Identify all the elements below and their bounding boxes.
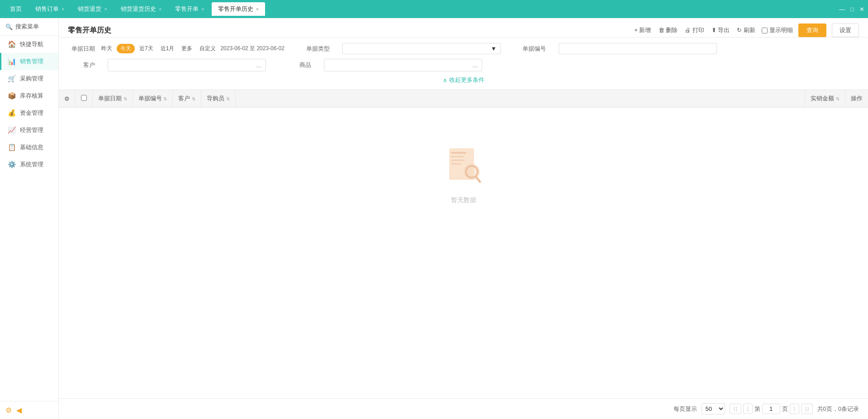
delete-button[interactable]: 🗑 删除	[658, 24, 679, 36]
first-page-btn[interactable]: ⟨⟨	[730, 404, 741, 414]
nav-icon-finance: 💰	[8, 109, 16, 117]
tab-label: 零售开单	[175, 5, 199, 13]
print-button[interactable]: 🖨 打印	[684, 24, 705, 36]
pagination-bar: 每页显示 50 10 20 100 ⟨⟨ ⟨ 第 页 ⟩ ⟩⟩ 共0页，0条记录	[59, 398, 868, 419]
tab-close-sales-return-history[interactable]: ×	[159, 6, 161, 12]
tab-bar: 首页销售订单×销货退货×销货退货历史×零售开单×零售开单历史× — □ ✕	[0, 0, 868, 18]
date-btn-近7天[interactable]: 近7天	[137, 44, 156, 53]
sidebar: 🔍 搜索菜单 🏠 快捷导航 📊 销售管理 🛒 采购管理 📦 库存核算 💰 资金管…	[0, 18, 59, 419]
window-close-btn[interactable]: ✕	[859, 6, 864, 13]
page-header: 零售开单历史 + 新增 🗑 删除 🖨 打印 ⬆ 导出 ↻ 刷新 显示明细 查询 …	[59, 18, 868, 38]
sidebar-item-basic-info[interactable]: 📋 基础信息	[0, 139, 58, 156]
sidebar-item-finance[interactable]: 💰 资金管理	[0, 104, 58, 122]
nav-icon-inventory: 📦	[8, 92, 16, 100]
toolbar: + 新增 🗑 删除 🖨 打印 ⬆ 导出 ↻ 刷新 显示明细 查询 设置	[633, 24, 859, 37]
tab-close-retail-open[interactable]: ×	[201, 6, 204, 12]
window-min-btn[interactable]: —	[839, 6, 845, 13]
nav-label-inventory: 库存核算	[20, 92, 43, 100]
show-detail-checkbox[interactable]	[762, 28, 768, 33]
th-customer-sort[interactable]: ⇅	[192, 96, 195, 101]
sidebar-item-sales-mgmt[interactable]: 📊 销售管理	[0, 53, 58, 70]
customer-filter-select[interactable]: ...	[108, 59, 266, 71]
date-btn-今天[interactable]: 今天	[117, 44, 135, 53]
show-detail-label[interactable]: 显示明细	[762, 26, 793, 34]
tab-retail-history[interactable]: 零售开单历史×	[212, 2, 265, 16]
svg-line-7	[476, 177, 480, 182]
per-page-label: 每页显示	[674, 405, 697, 413]
collapse-row[interactable]: ∧ 收起更多条件	[68, 76, 859, 84]
tab-home[interactable]: 首页	[4, 2, 28, 16]
th-salesperson: 导购员 ⇅	[201, 90, 235, 108]
th-salesperson-sort[interactable]: ⇅	[226, 96, 230, 101]
sidebar-nav: 🏠 快捷导航 📊 销售管理 🛒 采购管理 📦 库存核算 💰 资金管理 📈 经营管…	[0, 36, 58, 173]
sidebar-item-quick-nav[interactable]: 🏠 快捷导航	[0, 36, 58, 53]
date-filter-group: 昨天今天近7天近1月更多自定义	[99, 44, 218, 53]
filter-row-1: 单据日期 昨天今天近7天近1月更多自定义 2023-06-02 至 2023-0…	[68, 43, 859, 54]
tab-sales-order[interactable]: 销售订单×	[29, 2, 71, 16]
nav-label-sales-mgmt: 销售管理	[20, 57, 43, 66]
page-title: 零售开单历史	[68, 26, 111, 35]
tab-retail-open[interactable]: 零售开单×	[169, 2, 210, 16]
th-amount-sort[interactable]: ⇅	[836, 96, 840, 101]
nav-icon-basic-info: 📋	[8, 143, 16, 151]
tab-close-retail-history[interactable]: ×	[256, 6, 259, 12]
last-page-btn[interactable]: ⟩⟩	[801, 404, 813, 414]
th-number-sort[interactable]: ⇅	[163, 96, 167, 101]
query-button[interactable]: 查询	[798, 24, 826, 37]
nav-label-sys-mgmt: 系统管理	[20, 160, 43, 169]
refresh-button[interactable]: ↻ 刷新	[736, 24, 756, 36]
tab-label: 销货退货历史	[121, 5, 156, 13]
goods-filter-label: 商品	[284, 61, 311, 69]
empty-illustration	[441, 144, 486, 189]
tab-sales-return-history[interactable]: 销货退货历史×	[114, 2, 168, 16]
th-check[interactable]	[76, 90, 93, 108]
th-amount: 实销金额 ⇅	[805, 90, 845, 108]
select-all-checkbox[interactable]	[81, 95, 87, 101]
svg-rect-4	[451, 163, 461, 165]
sidebar-item-sys-mgmt[interactable]: ⚙️ 系统管理	[0, 156, 58, 173]
th-date-sort[interactable]: ⇅	[123, 96, 127, 101]
date-btn-更多[interactable]: 更多	[179, 44, 195, 53]
settings-icon[interactable]: ⚙	[5, 406, 12, 414]
setting-button[interactable]: 设置	[832, 24, 859, 37]
sidebar-search[interactable]: 🔍 搜索菜单	[0, 18, 58, 36]
sidebar-item-purchase-mgmt[interactable]: 🛒 采购管理	[0, 70, 58, 87]
sidebar-item-inventory[interactable]: 📦 库存核算	[0, 87, 58, 104]
table-container: ⚙ 单据日期 ⇅ 单据编号 ⇅ 客户 ⇅	[59, 90, 868, 398]
data-table: ⚙ 单据日期 ⇅ 单据编号 ⇅ 客户 ⇅	[59, 90, 868, 108]
next-page-btn[interactable]: ⟩	[790, 404, 799, 414]
tab-close-sales-return[interactable]: ×	[104, 6, 107, 12]
tab-close-sales-order[interactable]: ×	[62, 6, 64, 12]
number-filter-input[interactable]	[559, 43, 717, 54]
sidebar-item-ops-mgmt[interactable]: 📈 经营管理	[0, 122, 58, 139]
total-text: 共0页，0条记录	[817, 405, 859, 413]
type-filter-label: 单据类型	[303, 45, 330, 53]
collapse-icon[interactable]: ◀	[16, 406, 22, 414]
page-label: 第	[754, 405, 760, 413]
date-btn-昨天[interactable]: 昨天	[99, 44, 115, 53]
goods-filter-dots: ...	[472, 61, 478, 69]
sidebar-footer: ⚙ ◀	[0, 401, 58, 419]
prev-page-btn[interactable]: ⟨	[743, 404, 753, 414]
type-filter-arrow: ▼	[491, 45, 497, 52]
add-button[interactable]: + 新增	[633, 24, 652, 36]
nav-label-purchase-mgmt: 采购管理	[20, 75, 43, 83]
per-page-select[interactable]: 50 10 20 100	[702, 403, 725, 414]
th-settings[interactable]: ⚙	[59, 90, 76, 108]
th-salesperson-label: 导购员	[207, 95, 224, 102]
th-customer: 客户 ⇅	[173, 90, 201, 108]
collapse-label: 收起更多条件	[449, 76, 484, 84]
tab-sales-return[interactable]: 销货退货×	[71, 2, 113, 16]
page-input[interactable]	[762, 404, 780, 414]
nav-label-quick-nav: 快捷导航	[20, 40, 43, 48]
nav-label-finance: 资金管理	[20, 109, 43, 117]
export-button[interactable]: ⬆ 导出	[711, 24, 731, 36]
date-btn-近1月[interactable]: 近1月	[158, 44, 177, 53]
window-max-btn[interactable]: □	[850, 6, 854, 13]
date-btn-自定义[interactable]: 自定义	[197, 44, 218, 53]
table-header-row: ⚙ 单据日期 ⇅ 单据编号 ⇅ 客户 ⇅	[59, 90, 868, 108]
goods-filter-select[interactable]: ...	[324, 59, 482, 71]
type-filter-select[interactable]: ▼	[342, 43, 501, 54]
number-filter-label: 单据编号	[519, 45, 546, 53]
svg-rect-2	[451, 156, 464, 157]
